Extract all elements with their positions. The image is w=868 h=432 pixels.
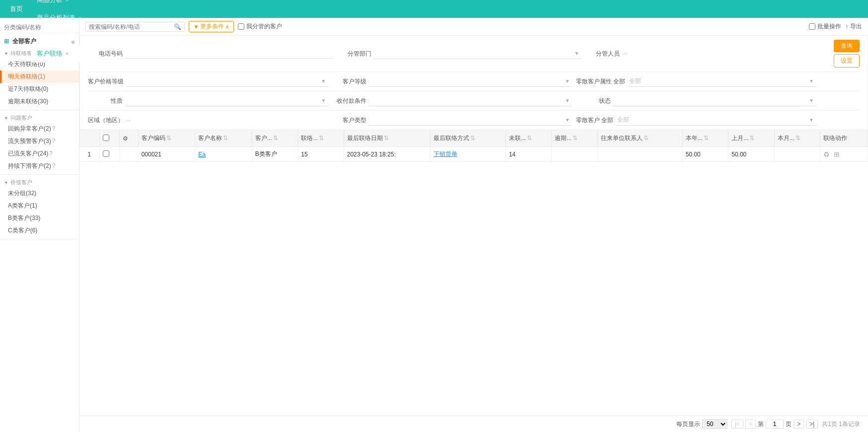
table-header-row: ⚙ 客户编码⇅ 客户名称⇅ 客户...⇅ 联络...⇅ 最后联络日期⇅ 最后联络… [79,130,868,147]
filter-price-grade-label: 客户价格等级 [88,77,124,86]
sidebar-item[interactable]: A类客户(1) [0,200,79,212]
search-input[interactable] [89,23,174,30]
filter-phone-input[interactable] [125,49,333,59]
cell-last-method[interactable]: 下销货单 [430,147,506,162]
filter-region-dots[interactable]: ··· [126,117,131,124]
chevron-down-icon: ▼ [321,98,326,103]
filter-retail-customer-select[interactable]: 全部 ▼ [615,115,816,126]
col-uncontacted[interactable]: 未联...⇅ [506,130,552,147]
cell-no: 1 [79,147,99,162]
filter-manager: 分管人员 ··· [585,50,830,58]
col-contacts[interactable]: 联络...⇅ [298,130,344,147]
nav-home[interactable]: 首页 [4,4,29,13]
filter-divider-3 [88,110,860,111]
cell-last-method-link[interactable]: 下销货单 [434,150,457,157]
search-icon[interactable]: 🔍 [174,23,181,30]
my-customers-checkbox[interactable] [238,23,244,30]
filter-phone-label: 电话号码 [88,50,123,58]
filter-phone: 电话号码 [88,49,333,59]
cell-type: B类客户 [252,147,298,162]
col-overdue[interactable]: 逾期...⇅ [552,130,598,147]
total-records: 共1页 1条记录 [822,420,860,429]
filter-price-grade-select[interactable]: ▼ [126,76,328,87]
export-icon: ↑ [845,23,848,30]
col-name[interactable]: 客户名称⇅ [195,130,252,147]
cell-name[interactable]: Ea [195,147,252,162]
nav-tab[interactable]: 商品分析列表× [31,9,87,27]
sidebar-group-label[interactable]: 价值客户 [0,177,79,187]
cell-checkbox[interactable] [99,147,120,162]
filter-status: 状态 ▼ [576,95,816,106]
filter-retail-attr-label: 零散客户属性 全部 [576,77,625,86]
cell-settings [120,147,139,162]
select-all-checkbox[interactable] [103,135,109,141]
next-page-btn[interactable]: > [794,420,804,429]
sidebar-item[interactable]: 流失预警客户(3)? [0,135,79,147]
col-last-date[interactable]: 最后联络日期⇅ [344,130,430,147]
prev-page-btn[interactable]: < [745,420,756,429]
close-tab-icon[interactable]: × [66,0,69,3]
nav-tab[interactable]: 商品分析× [31,0,87,9]
main-layout: 🔍 ⊞ 全部客户 « 待联络客户今天待联络(0)明天待联络(1)近7天待联络(0… [0,18,868,432]
cell-contacts: 15 [298,147,344,162]
col-last-method[interactable]: 最后联络方式⇅ [430,130,506,147]
filter-customer-grade-select[interactable]: ▼ [368,76,572,87]
col-type[interactable]: 客户...⇅ [252,130,298,147]
query-button[interactable]: 查询 [834,40,860,52]
filter-customer-type-select[interactable]: ▼ [368,115,572,126]
col-unit-contact[interactable]: 往来单位联系人⇅ [597,130,682,147]
filter-payment-select[interactable]: ▼ [368,95,572,106]
filter-divider-1 [88,72,860,72]
page-input[interactable] [766,420,784,429]
col-code[interactable]: 客户编码⇅ [138,130,195,147]
filter-dept-select[interactable]: ▼ [373,48,581,59]
refresh-icon[interactable]: ♻ [823,150,830,158]
settings-button[interactable]: 设置 [834,54,860,68]
col-action: 联络动作 [820,130,868,147]
bulk-operation-btn[interactable]: 批量操作 [809,22,841,31]
filter-manager-dots[interactable]: ··· [622,50,627,57]
col-settings[interactable]: ⚙ [120,130,139,147]
close-tab-icon[interactable]: × [78,15,81,21]
sidebar-item[interactable]: 持续下滑客户(2)? [0,160,79,172]
chevron-down-icon: ▼ [574,51,579,56]
col-this-month[interactable]: 本月...⇅ [774,130,820,147]
sidebar-item[interactable]: 未分组(32) [0,187,79,200]
export-btn[interactable]: ↑ 导出 [845,22,862,31]
nav-tab[interactable]: 客户联络× [31,45,87,63]
sidebar-item[interactable]: 逾期未联络(30) [0,95,79,108]
filter-price-grade: 客户价格等级 ▼ [88,76,328,87]
sidebar-divider [0,239,79,239]
hint-icon: ? [52,125,56,132]
col-this-year[interactable]: 本年...⇅ [682,130,728,147]
sidebar-item[interactable]: 明天待联络(1) [0,71,79,83]
nav-tab[interactable]: 客户分层经营× [31,27,87,45]
cell-overdue [552,147,598,162]
per-page-select[interactable]: 50 100 200 [702,419,727,429]
sort-icon: ⇅ [573,135,578,142]
filter-status-select[interactable]: ▼ [613,95,816,106]
bulk-op-checkbox[interactable] [809,23,815,30]
my-customers-filter[interactable]: 我分管的客户 [238,22,282,31]
hint-icon: ? [52,138,56,144]
grid-action-icon[interactable]: ⊞ [834,150,840,158]
search-box: 🔍 [85,22,185,32]
row-checkbox[interactable] [103,150,109,157]
sidebar-item[interactable]: B类客户(33) [0,212,79,224]
cell-name-link[interactable]: Ea [198,151,206,158]
last-page-btn[interactable]: >| [806,420,818,429]
filter-more-btn[interactable]: ▼ 更多条件 ∧ [189,21,234,32]
sidebar-item[interactable]: 已流失客户(24)? [0,147,79,160]
chevron-down-icon: ▼ [565,98,570,103]
sidebar-item[interactable]: 近7天待联络(0) [0,83,79,95]
close-tab-icon[interactable]: × [66,51,69,57]
first-page-btn[interactable]: |< [731,420,743,429]
filter-nature-select[interactable]: ▼ [125,95,328,106]
sidebar-group-label[interactable]: 问题客户 [0,112,79,123]
col-last-month[interactable]: 上月...⇅ [728,130,775,147]
filter-nature-label: 性质 [88,97,123,105]
sidebar-item[interactable]: 回购异常客户(2)? [0,123,79,135]
close-tab-icon[interactable]: × [78,33,81,39]
sidebar-item[interactable]: C类客户(6) [0,224,79,237]
filter-retail-attr-select[interactable]: 全部 ▼ [627,76,816,87]
